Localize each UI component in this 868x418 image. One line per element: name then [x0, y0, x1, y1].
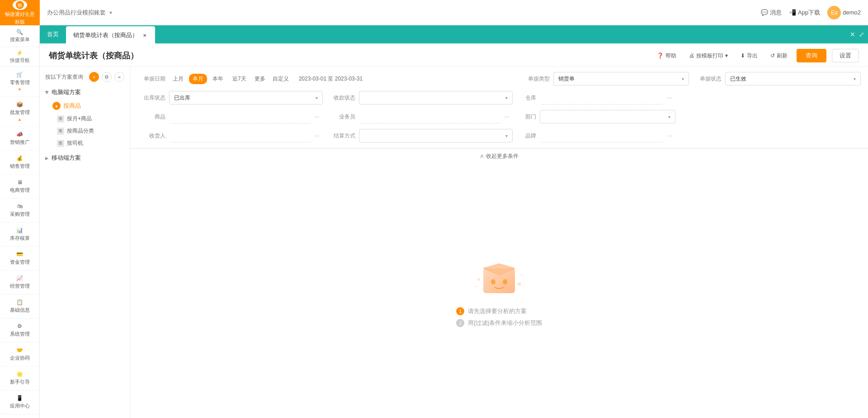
sidebar-item-wholesale[interactable]: 📦 批发管理 ▲ [0, 97, 39, 127]
sidebar-item-inventory[interactable]: 📊 库存核算 [0, 223, 39, 247]
finance-icon: 💳 [16, 251, 23, 257]
message-btn[interactable]: 💬 消息 [761, 9, 782, 17]
scheme-group-label: 电脑端方案 [52, 88, 81, 96]
sidebar-item-enterprise[interactable]: 🤝 企业协同 [0, 342, 39, 366]
dropdown-arrow[interactable]: ▾ [109, 10, 112, 16]
app-download-label: App下载 [798, 9, 820, 17]
sidebar-item-finance[interactable]: 💳 资金管理 [0, 247, 39, 271]
doctype-select[interactable]: 销货单 ▾ [553, 72, 689, 86]
scheme-group-mobile-title[interactable]: ▶ 移动端方案 [40, 151, 130, 165]
add-scheme-btn[interactable]: + [89, 72, 99, 82]
receiver-input[interactable] [169, 129, 311, 142]
breadcrumb: 办公用品行业模拟账套 ▾ [47, 9, 112, 17]
settings-btn[interactable]: 设置 [832, 49, 859, 62]
date-tab-custom[interactable]: 自定义 [270, 74, 292, 84]
tab-close-icon[interactable]: ✕ [142, 32, 148, 38]
collection-select[interactable]: ▾ [359, 91, 513, 104]
dept-select[interactable]: ▾ [540, 110, 675, 124]
left-panel-header: 按以下方案查询 + ⚙ « [40, 70, 130, 86]
sidebar-search[interactable]: 🔍 查询 搜索菜单 [0, 25, 39, 47]
collapse-more-btn[interactable]: ∧ 收起更多条件 [130, 148, 868, 164]
payment-select[interactable]: ▾ [359, 129, 513, 142]
docstatus-label: 单据状态 [689, 75, 725, 83]
tab-stats[interactable]: 销货单统计表（按商品） ✕ [66, 26, 155, 44]
warehouse-ellipsis[interactable]: ··· [664, 95, 675, 101]
salesman-label: 业务员 [323, 113, 359, 121]
dept-control: ▾ [540, 110, 675, 124]
sidebar-item-operations[interactable]: 📈 经营管理 [0, 271, 39, 294]
sidebar-item-ecommerce[interactable]: 🖥 电商管理 [0, 175, 39, 199]
scheme-sub-item-monthly[interactable]: 图 按月+商品 [40, 113, 130, 125]
sidebar-item-sales[interactable]: 💰 销售管理 [0, 151, 39, 175]
scheme-group-mobile: ▶ 移动端方案 [40, 151, 130, 165]
scheme-sub-item-driver[interactable]: 图 按司机 [40, 137, 130, 149]
brand-ellipsis[interactable]: ··· [664, 133, 675, 139]
salesman-input[interactable] [359, 110, 501, 124]
filter-area: 单据日期 上月 本月 本年 近7天 更多 自定义 [130, 66, 868, 418]
sidebar-logo[interactable]: 畅 畅捷通好生意 标版 [0, 0, 40, 25]
docstatus-select[interactable]: 已生效 ▾ [725, 72, 861, 86]
purchase-icon: 🛍 [17, 203, 23, 209]
date-tab-lastmonth[interactable]: 上月 [169, 74, 187, 84]
search-icon: 🔍 [16, 29, 23, 35]
export-btn[interactable]: ⬇ 导出 [737, 50, 761, 62]
tab-maximize-icon[interactable]: ⤢ [859, 31, 864, 38]
date-tab-thismonth[interactable]: 本月 [189, 74, 207, 84]
sidebar-item-apps[interactable]: 📱 应用中心 [0, 390, 39, 414]
query-btn[interactable]: 查询 [797, 49, 826, 62]
sales-icon: 💰 [16, 155, 23, 162]
user-profile-btn[interactable]: Ea demo2 [827, 6, 861, 19]
goods-input[interactable] [169, 110, 311, 124]
date-tab-7days[interactable]: 近7天 [229, 74, 250, 84]
print-dropdown-icon: ▾ [725, 52, 728, 59]
tab-home[interactable]: 首页 [40, 25, 66, 43]
refresh-btn[interactable]: ↺ 刷新 [767, 50, 791, 62]
message-icon: 💬 [761, 9, 768, 16]
sidebar-item-basic[interactable]: 📋 基础信息 [0, 294, 39, 318]
scheme-group-mobile-label: 移动端方案 [52, 154, 81, 162]
scheme-item-bygoods[interactable]: ● 按商品 [40, 99, 130, 113]
scheme-group-desktop-title[interactable]: ▶ 电脑端方案 [40, 86, 130, 99]
help-btn[interactable]: ❓ 帮助 [653, 50, 680, 62]
collection-control: ▾ [359, 91, 513, 104]
retail-icon: 🛒 [16, 71, 23, 78]
filter-row-3: 商品 ··· 业务员 ··· 部门 [137, 110, 861, 124]
dept-arrow: ▾ [668, 114, 670, 119]
warehouse-input[interactable] [540, 91, 664, 104]
docstatus-control: 已生效 ▾ [725, 72, 861, 86]
scheme-sub-item-category[interactable]: 图 按商品分类 [40, 125, 130, 137]
sidebar-quicknav[interactable]: ⚡ 快捷导航 [0, 47, 39, 67]
date-tab-thisyear[interactable]: 本年 [209, 74, 227, 84]
goods-ellipsis[interactable]: ··· [311, 114, 323, 120]
sidebar-item-newuser[interactable]: 🌟 新手引导 [0, 366, 39, 390]
settings-scheme-btn[interactable]: ⚙ [102, 72, 112, 82]
payment-control: ▾ [359, 129, 513, 142]
refresh-label: 刷新 [777, 52, 788, 60]
tab-close-all-icon[interactable]: ✕ [850, 31, 855, 38]
sidebar-item-system[interactable]: ⚙ 系统管理 [0, 318, 39, 342]
salesman-ellipsis[interactable]: ··· [501, 114, 513, 120]
outstatus-select[interactable]: 已出库 ▾ [169, 91, 323, 104]
svg-point-5 [477, 278, 480, 281]
tip-circle-1: 1 [456, 307, 464, 315]
sidebar-item-marketing[interactable]: 📣 营销推广 [0, 127, 39, 151]
wholesale-icon: 📦 [16, 101, 23, 108]
brand-control: ··· [540, 129, 675, 142]
date-control: 上月 本月 本年 近7天 更多 自定义 2023-03-01 至 2023-03… [169, 74, 517, 84]
scheme-sub-icon-driver: 图 [57, 140, 64, 147]
ecommerce-icon: 🖥 [17, 179, 23, 185]
date-tab-more[interactable]: 更多 [252, 74, 268, 84]
brand-input[interactable] [540, 129, 664, 142]
warehouse-label: 仓库 [513, 94, 540, 102]
scheme-sub-label-category: 按商品分类 [67, 127, 94, 135]
sidebar-item-retail[interactable]: 🛒 零售管理 ▼ [0, 67, 39, 97]
filter-row-2: 出库状态 已出库 ▾ 收款状态 [137, 91, 861, 104]
collapse-panel-btn[interactable]: « [114, 72, 124, 82]
sidebar-item-purchase[interactable]: 🛍 采购管理 [0, 199, 39, 223]
app-download-btn[interactable]: 📲 App下载 [789, 9, 820, 17]
scheme-sub-label-monthly: 按月+商品 [67, 115, 92, 123]
print-btn[interactable]: 🖨 按模板打印 ▾ [685, 50, 731, 62]
sidebar-item-wechat[interactable]: 💬 企业微信 [0, 414, 39, 418]
scheme-group-desktop: ▶ 电脑端方案 ● 按商品 图 按月+商品 图 [40, 86, 130, 149]
receiver-ellipsis[interactable]: ··· [311, 133, 323, 139]
